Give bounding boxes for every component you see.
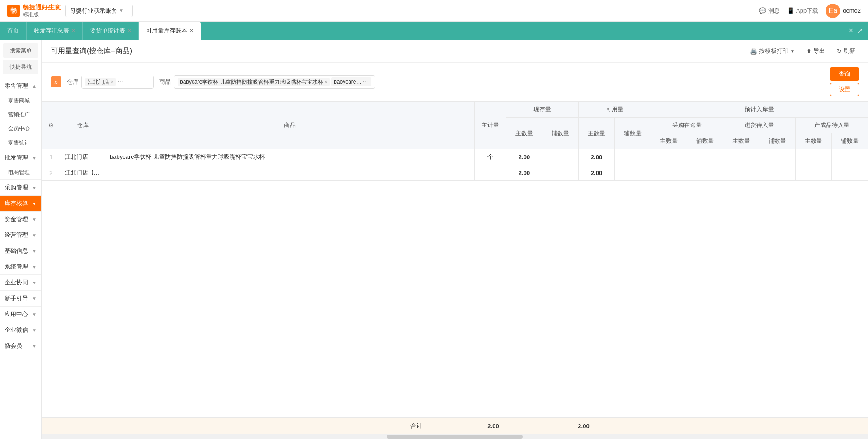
sidebar-wholesale-label: 批发管理 — [5, 154, 28, 162]
footer-stock-main: 2.00 — [471, 423, 516, 430]
sidebar-newbie-header[interactable]: 新手引导 ▼ — [0, 291, 41, 306]
close-all-icon[interactable]: × — [849, 27, 853, 35]
refresh-btn[interactable]: ↻ 刷新 — [833, 45, 859, 57]
sidebar-item-member[interactable]: 会员中心 — [0, 122, 41, 136]
close-icon[interactable]: × — [72, 28, 75, 34]
export-label: 导出 — [813, 47, 825, 55]
table-cell — [832, 165, 868, 181]
maximize-icon[interactable]: ⤢ — [857, 27, 863, 35]
more-options-icon[interactable]: ··· — [118, 78, 123, 86]
sidebar-section-operation: 经营管理 ▼ — [0, 227, 41, 243]
th-purchase-transit-group: 采购在途量 — [651, 118, 723, 133]
page-title: 可用量查询(按仓库+商品) — [51, 47, 132, 61]
table-cell: babycare学饮杯 儿童防摔防撞吸管杯重力球吸嘴杯宝宝水杯 — [105, 149, 475, 165]
table-header-row-1: ⚙ 仓库 商品 主计量 现存量 可用量 预计入库量 — [42, 102, 868, 118]
sidebar-wecom-header[interactable]: 企业微信 ▼ — [0, 322, 41, 338]
gear-icon: ⚙ — [48, 122, 54, 129]
th-production-aux: 辅数量 — [832, 133, 868, 149]
th-stock-aux: 辅数量 — [542, 118, 579, 149]
th-available-group: 可用量 — [579, 102, 651, 118]
sidebar-item-retail-stats[interactable]: 零售统计 — [0, 136, 41, 150]
sidebar-item-marketing[interactable]: 营销推广 — [0, 108, 41, 122]
product-tag-2: babycare… ··· — [331, 77, 371, 86]
tab-available-stock[interactable]: 可用量库存账本 × — [139, 22, 201, 40]
close-icon[interactable]: × — [190, 28, 193, 34]
logo-icon: 畅 — [7, 5, 20, 17]
sidebar-vip-label: 畅会员 — [5, 342, 22, 350]
tab-order-stats[interactable]: 要货单统计表 × — [83, 22, 139, 40]
scrollbar-thumb[interactable] — [387, 435, 523, 439]
refresh-label: 刷新 — [844, 47, 855, 55]
sidebar-item-retail-mall[interactable]: 零售商城 — [0, 94, 41, 108]
table-row: 2江北门店【...2.002.00 — [42, 165, 868, 181]
th-settings[interactable]: ⚙ — [42, 102, 60, 149]
filter-action-buttons: 查询 设置 — [830, 67, 859, 96]
search-menu-label: 搜索菜单 — [10, 47, 32, 55]
bottom-scrollbar[interactable] — [42, 434, 868, 439]
sidebar-enterprise-header[interactable]: 企业协同 ▼ — [0, 275, 41, 290]
user-profile[interactable]: Ea demo2 — [826, 4, 861, 18]
table-cell — [687, 149, 723, 165]
sidebar-operation-header[interactable]: 经营管理 ▼ — [0, 227, 41, 243]
sidebar-vip-header[interactable]: 畅会员 ▼ — [0, 338, 41, 354]
table-cell — [615, 149, 651, 165]
product-tag-2-text: babycare… — [334, 79, 361, 85]
sidebar-purchase-header[interactable]: 采购管理 ▼ — [0, 180, 41, 195]
export-btn[interactable]: ⬆ 导出 — [803, 45, 829, 57]
table-body: 1江北门店babycare学饮杯 儿童防摔防撞吸管杯重力球吸嘴杯宝宝水杯个2.0… — [42, 149, 868, 181]
quick-nav-label: 快捷导航 — [10, 63, 32, 71]
th-production-main: 主数量 — [796, 133, 832, 149]
table-footer: 合计 2.00 2.00 — [42, 417, 868, 434]
filter-toggle-btn[interactable]: » — [51, 76, 61, 87]
product-filter-input[interactable]: babycare学饮杯 儿童防摔防撞吸管杯重力球吸嘴杯宝宝水杯 × babyca… — [174, 75, 375, 89]
more-options-icon[interactable]: ··· — [363, 78, 369, 86]
tab-available-stock-label: 可用量库存账本 — [146, 27, 187, 35]
sidebar-basic-header[interactable]: 基础信息 ▼ — [0, 243, 41, 259]
sidebar-item-ecommerce[interactable]: 电商管理 — [0, 165, 41, 179]
sidebar-system-label: 系统管理 — [5, 263, 28, 271]
chevron-down-icon: ▼ — [32, 264, 37, 269]
quick-nav-btn[interactable]: 快捷导航 — [3, 60, 38, 74]
tab-bar-actions: × ⤢ — [844, 27, 868, 35]
sidebar-section-enterprise: 企业协同 ▼ — [0, 275, 41, 291]
sidebar-system-header[interactable]: 系统管理 ▼ — [0, 259, 41, 274]
product-filter-group: 商品 babycare学饮杯 儿童防摔防撞吸管杯重力球吸嘴杯宝宝水杯 × bab… — [159, 75, 375, 89]
sidebar-section-vip: 畅会员 ▼ — [0, 338, 41, 354]
app-icon: 📱 — [787, 7, 794, 14]
tab-home[interactable]: 首页 — [0, 22, 27, 40]
message-btn[interactable]: 💬 消息 — [759, 7, 780, 15]
sidebar-section-retail: 零售管理 ▲ 零售商城 营销推广 会员中心 零售统计 — [0, 78, 41, 150]
sidebar-inventory-label: 库存核算 — [5, 199, 28, 208]
search-menu-btn[interactable]: 搜索菜单 — [3, 43, 38, 58]
sidebar-finance-header[interactable]: 资金管理 ▼ — [0, 212, 41, 227]
sidebar-inventory-header[interactable]: 库存核算 ▼ — [0, 196, 41, 211]
table-cell — [542, 149, 579, 165]
footer-avail-main: 2.00 — [561, 423, 606, 430]
sidebar-finance-label: 资金管理 — [5, 215, 28, 223]
settings-btn[interactable]: 设置 — [830, 83, 859, 96]
sidebar-wecom-label: 企业微信 — [5, 326, 28, 334]
sidebar-appstore-header[interactable]: 应用中心 ▼ — [0, 307, 41, 322]
table-cell — [723, 165, 760, 181]
close-icon[interactable]: × — [128, 28, 131, 34]
th-production-group: 产成品待入量 — [796, 118, 868, 133]
tab-receivable[interactable]: 收发存汇总表 × — [27, 22, 83, 40]
industry-selector[interactable]: 母婴行业演示账套 ▼ — [65, 5, 133, 17]
sidebar-section-finance: 资金管理 ▼ — [0, 212, 41, 227]
remove-product-tag-1[interactable]: × — [325, 79, 327, 85]
top-bar-left: 畅 畅捷通好生意 标准版 母婴行业演示账套 ▼ — [7, 3, 133, 19]
query-btn[interactable]: 查询 — [830, 67, 859, 81]
sidebar-section-purchase: 采购管理 ▼ — [0, 180, 41, 196]
table-cell: 2.00 — [579, 149, 615, 165]
warehouse-filter-input[interactable]: 江北门店 × ··· — [81, 76, 154, 89]
table-cell — [796, 149, 832, 165]
sidebar-wholesale-header[interactable]: 批发管理 ▼ — [0, 150, 41, 165]
warehouse-filter-label: 仓库 — [67, 78, 79, 86]
chevron-down-icon: ▼ — [32, 280, 37, 285]
print-template-btn[interactable]: 🖨️ 按模板打印 ▼ — [746, 45, 798, 57]
sidebar-retail-header[interactable]: 零售管理 ▲ — [0, 78, 41, 94]
remove-warehouse-tag[interactable]: × — [111, 79, 113, 85]
th-avail-aux: 辅数量 — [615, 118, 651, 149]
app-download-btn[interactable]: 📱 App下载 — [787, 7, 818, 15]
table-cell: 2.00 — [579, 165, 615, 181]
